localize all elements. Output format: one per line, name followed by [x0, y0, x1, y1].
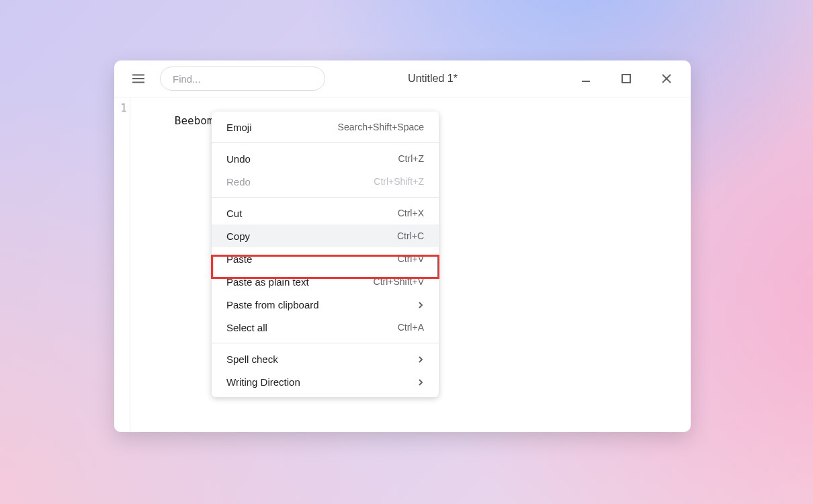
menu-paste-clipboard[interactable]: Paste from clipboard: [212, 293, 439, 316]
menu-emoji[interactable]: Emoji Search+Shift+Space: [212, 116, 439, 138]
maximize-button[interactable]: [611, 64, 641, 93]
menu-paste[interactable]: Paste Ctrl+V: [212, 247, 439, 270]
text-editor-window: Untitled 1* 1 Beebom now Emoji Search+Sh…: [114, 60, 691, 432]
minimize-button[interactable]: [571, 64, 601, 93]
menu-label: Undo: [226, 153, 251, 165]
menu-cut[interactable]: Cut Ctrl+X: [212, 202, 439, 224]
menu-shortcut: Search+Shift+Space: [338, 122, 424, 132]
close-button[interactable]: [652, 64, 681, 93]
svg-rect-1: [622, 75, 630, 83]
menu-label: Copy: [226, 230, 250, 242]
chevron-right-icon: [417, 353, 424, 365]
context-menu: Emoji Search+Shift+Space Undo Ctrl+Z Red…: [212, 112, 439, 397]
menu-label: Paste: [226, 253, 252, 265]
menu-separator: [212, 197, 439, 198]
find-input[interactable]: [160, 67, 325, 91]
chevron-right-icon: [417, 376, 424, 388]
menu-shortcut: Ctrl+A: [398, 322, 424, 333]
menu-shortcut: Ctrl+Shift+Z: [374, 176, 424, 187]
menu-label: Spell check: [226, 353, 278, 365]
menu-label: Paste as plain text: [226, 276, 309, 288]
menu-separator: [212, 343, 439, 343]
window-title: Untitled 1*: [332, 73, 560, 85]
menu-shortcut: Ctrl+V: [398, 253, 424, 264]
menu-writing-direction[interactable]: Writing Direction: [212, 370, 439, 393]
titlebar: Untitled 1*: [114, 60, 691, 97]
menu-shortcut: Ctrl+Z: [398, 153, 425, 164]
line-gutter: 1: [114, 97, 130, 432]
menu-spell-check[interactable]: Spell check: [212, 347, 439, 370]
menu-label: Redo: [226, 176, 251, 187]
menu-label: Cut: [226, 208, 242, 219]
menu-shortcut: Ctrl+Shift+V: [374, 276, 424, 287]
menu-label: Select all: [226, 322, 267, 333]
menu-separator: [212, 142, 439, 143]
menu-icon[interactable]: [124, 64, 153, 93]
menu-copy[interactable]: Copy Ctrl+C: [212, 224, 439, 247]
menu-label: Writing Direction: [226, 376, 300, 388]
menu-label: Emoji: [226, 122, 252, 133]
menu-label: Paste from clipboard: [226, 299, 319, 310]
menu-paste-plain[interactable]: Paste as plain text Ctrl+Shift+V: [212, 270, 439, 293]
menu-shortcut: Ctrl+C: [397, 230, 424, 241]
menu-select-all[interactable]: Select all Ctrl+A: [212, 316, 439, 339]
menu-shortcut: Ctrl+X: [398, 208, 424, 218]
menu-redo[interactable]: Redo Ctrl+Shift+Z: [212, 170, 439, 193]
menu-undo[interactable]: Undo Ctrl+Z: [212, 147, 439, 170]
line-number: 1: [114, 101, 127, 114]
chevron-right-icon: [417, 299, 424, 310]
